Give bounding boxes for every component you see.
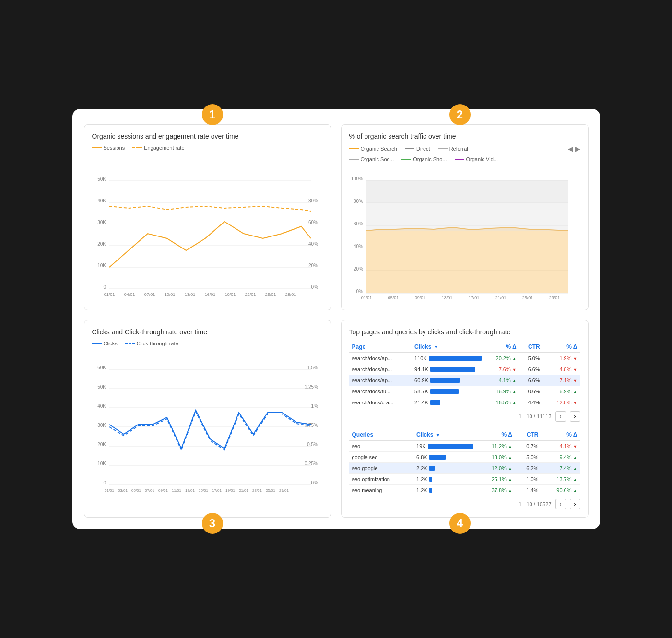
legend-organic-soc: Organic Soc...	[349, 156, 394, 162]
svg-text:50K: 50K	[97, 177, 106, 182]
svg-text:50K: 50K	[97, 384, 106, 390]
svg-text:40K: 40K	[97, 198, 106, 203]
chart3-legend: Clicks Click-through rate	[92, 341, 323, 346]
clicks-bar-cell: 94.1K	[412, 364, 484, 375]
queries-next-btn[interactable]: ›	[570, 499, 580, 509]
pages-pagination: 1 - 10 / 11113 ‹ ›	[349, 411, 580, 422]
queries-table-row: seo meaning 1.2K 37.8% ▲ 1.4% 90.6% ▲	[349, 485, 580, 496]
svg-text:40%: 40%	[353, 244, 363, 249]
query-cell: seo optimization	[349, 474, 414, 485]
svg-text:29/01: 29/01	[549, 295, 560, 300]
svg-text:28/01: 28/01	[285, 292, 296, 297]
queries-prev-btn[interactable]: ‹	[555, 499, 566, 509]
svg-text:11/01: 11/01	[171, 488, 181, 493]
svg-text:01/01: 01/01	[104, 292, 115, 297]
delta1-cell: 20.2% ▲	[484, 353, 519, 364]
delta1-cell: 4.1% ▲	[484, 375, 519, 386]
svg-text:13/01: 13/01	[441, 295, 452, 300]
pages-table-row: search/docs/fu... 58.7K 16.9% ▲ 0.6% 6.9…	[349, 386, 580, 397]
organic-search-icon	[349, 148, 359, 149]
svg-text:0%: 0%	[356, 289, 363, 294]
query-ctr-cell: 5.0%	[515, 452, 542, 463]
delta2-cell: 6.9% ▲	[543, 386, 580, 397]
badge-1: 1	[202, 104, 223, 125]
svg-text:22/01: 22/01	[245, 292, 256, 297]
badge-4: 4	[449, 513, 471, 534]
legend-organic-sho: Organic Sho...	[401, 156, 447, 162]
pages-next-btn[interactable]: ›	[570, 411, 580, 422]
queries-table-wrap: Queries Clicks ▼ % Δ CTR % Δ seo 19K	[349, 429, 580, 509]
dashboard: 1 2 3 4 Organic sessions and engagement …	[72, 109, 600, 529]
queries-col-ctr: CTR	[515, 429, 542, 440]
svg-text:60%: 60%	[353, 221, 363, 226]
ctr-cell: 5.0%	[519, 353, 543, 364]
page-cell: search/docs/fu...	[349, 386, 412, 397]
svg-text:16/01: 16/01	[204, 292, 215, 297]
query-delta1-cell: 13.0% ▲	[476, 452, 515, 463]
badge-2: 2	[449, 104, 471, 125]
svg-text:21/01: 21/01	[495, 295, 506, 300]
svg-text:10/01: 10/01	[164, 292, 175, 297]
query-delta2-cell: 9.4% ▲	[541, 452, 580, 463]
pages-col-ctr: CTR	[519, 342, 543, 353]
queries-clicks-sort-icon: ▼	[436, 433, 440, 437]
delta2-cell: -12.8% ▼	[543, 397, 580, 408]
chart2-next[interactable]: ▶	[575, 145, 580, 153]
chart2-area: 0% 20% 40% 60% 80% 100%	[349, 166, 580, 302]
legend-engagement: Engagement rate	[132, 145, 184, 151]
svg-text:10K: 10K	[97, 461, 106, 466]
query-delta1-cell: 11.2% ▲	[476, 440, 515, 452]
chart1-svg: 0 10K 20K 30K 40K 50K 0% 20% 40% 60% 80%	[92, 154, 323, 298]
svg-text:30K: 30K	[97, 220, 106, 225]
pages-col-clicks[interactable]: Clicks ▼	[412, 342, 484, 353]
organic-soc-icon	[349, 159, 359, 160]
svg-text:30K: 30K	[97, 423, 106, 428]
svg-text:20K: 20K	[97, 241, 106, 247]
chart2-nav[interactable]: ◀ ▶	[568, 145, 580, 153]
query-delta2-cell: 13.7% ▲	[541, 474, 580, 485]
clicks-bar-cell: 60.9K	[412, 375, 484, 386]
svg-text:07/01: 07/01	[144, 292, 155, 297]
svg-text:40K: 40K	[97, 403, 106, 409]
page-cell: search/docs/ap...	[349, 364, 412, 375]
queries-table: Queries Clicks ▼ % Δ CTR % Δ seo 19K	[349, 429, 580, 496]
svg-marker-40	[366, 227, 568, 293]
pages-prev-btn[interactable]: ‹	[555, 411, 566, 422]
chart2-legend-row2: Organic Soc... Organic Sho... Organic Vi…	[349, 156, 580, 162]
svg-text:01/01: 01/01	[104, 488, 114, 493]
query-clicks-bar-cell: 1.2K	[413, 474, 476, 485]
legend-organic-search: Organic Search	[349, 145, 397, 153]
pages-table-row: search/docs/ap... 94.1K -7.6% ▼ 6.6% -4.…	[349, 364, 580, 375]
queries-col-delta2: % Δ	[541, 429, 580, 440]
chart2-panel: % of organic search traffic over time Or…	[341, 124, 589, 310]
badge-3: 3	[202, 513, 223, 534]
engagement-line-icon	[132, 147, 142, 148]
delta1-cell: -7.6% ▼	[484, 364, 519, 375]
clicks-sort-icon: ▼	[434, 345, 438, 350]
pages-col-delta1: % Δ	[484, 342, 519, 353]
svg-text:0: 0	[103, 284, 106, 290]
queries-table-row: seo google 2.2K 12.0% ▲ 6.2% 7.4% ▲	[349, 463, 580, 474]
svg-text:09/01: 09/01	[414, 295, 425, 300]
queries-table-row: seo optimization 1.2K 25.1% ▲ 1.0% 13.7%…	[349, 474, 580, 485]
query-ctr-cell: 1.4%	[515, 485, 542, 496]
page-cell: search/docs/ap...	[349, 375, 412, 386]
pages-col-delta2: % Δ	[543, 342, 580, 353]
legend-organic-vid: Organic Vid...	[455, 156, 498, 162]
direct-icon	[405, 148, 414, 149]
query-delta1-cell: 37.8% ▲	[476, 485, 515, 496]
chart2-title: % of organic search traffic over time	[349, 132, 580, 140]
chart2-prev[interactable]: ◀	[568, 145, 573, 153]
query-ctr-cell: 6.2%	[515, 463, 542, 474]
pages-table: Page Clicks ▼ % Δ CTR % Δ search/docs/ap…	[349, 342, 580, 408]
query-cell: seo google	[349, 463, 414, 474]
svg-text:15/01: 15/01	[198, 488, 208, 493]
query-delta1-cell: 12.0% ▲	[476, 463, 515, 474]
chart3-area: 0 10K 20K 30K 40K 50K 60K 0% 0.25% 0.5% …	[92, 350, 323, 496]
chart3-title: Clicks and Click-through rate over time	[92, 328, 323, 336]
clicks-bar-cell: 110K	[412, 353, 484, 364]
queries-table-row: google seo 6.8K 13.0% ▲ 5.0% 9.4% ▲	[349, 452, 580, 463]
queries-col-clicks[interactable]: Clicks ▼	[413, 429, 476, 440]
queries-table-row: seo 19K 11.2% ▲ 0.7% -4.1% ▼	[349, 440, 580, 452]
table-panel: Top pages and queries by clicks and clic…	[341, 320, 589, 518]
